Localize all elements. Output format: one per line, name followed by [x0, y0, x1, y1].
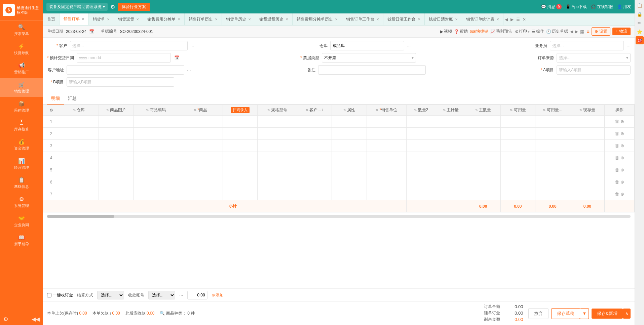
- bank-account-select[interactable]: 选择...: [148, 291, 175, 299]
- scrollbar-thumb[interactable]: [47, 215, 114, 218]
- warehouse-field[interactable]: 成品库: [330, 41, 404, 50]
- sidebar-item-basic-info[interactable]: 📋 基础信息: [0, 173, 43, 193]
- discard-button[interactable]: 放弃: [528, 308, 548, 319]
- close-tab-return-history[interactable]: ✕: [286, 17, 288, 21]
- nav-prev-icon[interactable]: ◀: [570, 29, 573, 34]
- tab-invoice-history[interactable]: 销货单历史 ✕: [222, 13, 255, 26]
- row-copy-icon[interactable]: ⊕: [620, 179, 624, 185]
- row-delete-icon[interactable]: 🗑: [615, 179, 619, 185]
- add-logistics-button[interactable]: + 物流: [612, 28, 631, 35]
- order-source-dropdown-icon[interactable]: ▾: [626, 55, 628, 60]
- list-view-icon[interactable]: ≡: [586, 29, 589, 34]
- scan-enter-button[interactable]: 扫码录入: [231, 107, 250, 113]
- tab-expense-history[interactable]: 销售费用分摊单历史 ✕: [293, 13, 342, 26]
- tab-nav-right[interactable]: ▶: [509, 17, 515, 22]
- help-button[interactable]: ❓ 帮助: [454, 29, 468, 34]
- right-panel-icon-4[interactable]: ⭐: [636, 28, 644, 36]
- close-tab-sales-order[interactable]: ✕: [82, 17, 84, 21]
- tab-nav-left[interactable]: ◀: [503, 17, 509, 22]
- order-source-field[interactable]: 选择... ▾: [557, 53, 631, 63]
- industry-solution-button[interactable]: 体验行业方案: [118, 3, 150, 11]
- row-copy-icon[interactable]: ⊕: [620, 155, 624, 160]
- row-delete-icon[interactable]: 🗑: [615, 119, 619, 124]
- col-gear[interactable]: ⚙: [43, 105, 59, 116]
- right-panel-icon-2[interactable]: 🔒: [636, 10, 644, 18]
- gear-settings-icon[interactable]: ⚙: [110, 4, 115, 10]
- invoice-dropdown-icon[interactable]: ▾: [412, 55, 414, 60]
- profit-button[interactable]: 📈 毛利预告: [490, 29, 512, 34]
- salesperson-field[interactable]: 选择...: [550, 41, 624, 50]
- right-panel-icon-1[interactable]: 📋: [636, 1, 644, 9]
- right-panel-icon-3[interactable]: ✏: [636, 19, 644, 27]
- app-download-button[interactable]: 📱 App下载: [566, 4, 587, 10]
- tab-nav-menu[interactable]: ☰: [515, 17, 521, 22]
- address-more-icon[interactable]: ···: [187, 67, 191, 73]
- sidebar-item-finance[interactable]: 💰 资金管理: [0, 135, 43, 154]
- sidebar-item-guide[interactable]: 📖 新手引导: [0, 231, 43, 250]
- message-button[interactable]: 💬 消息 9: [541, 4, 562, 10]
- b-project-field[interactable]: 请输入B项目: [67, 77, 174, 87]
- quick-settle-checkbox[interactable]: 一键收订金: [47, 292, 73, 298]
- remarks-field[interactable]: [318, 65, 426, 75]
- close-tab-sales-expense[interactable]: ✕: [178, 17, 180, 21]
- a-project-field[interactable]: 请输入A项目: [557, 65, 631, 75]
- row-delete-icon[interactable]: 🗑: [615, 131, 619, 136]
- tab-sales-expense[interactable]: 销售费用分摊单 ✕: [143, 13, 185, 26]
- right-panel-icon-5[interactable]: 🎯: [636, 36, 644, 44]
- tab-sales-stats[interactable]: 销售订单统计表 ✕: [462, 13, 503, 26]
- close-tab-daily-workbench[interactable]: ✕: [418, 17, 420, 21]
- customer-address-field[interactable]: [67, 65, 184, 75]
- sidebar-item-sales[interactable]: 🛒 销售管理: [0, 78, 43, 97]
- tab-daily-reconcile[interactable]: 钱货日清对账 ✕: [425, 13, 462, 26]
- sidebar-item-system[interactable]: ⚙ 系统管理: [0, 193, 43, 212]
- tab-return-history[interactable]: 销货退货历史 ✕: [255, 13, 293, 26]
- warehouse-more-icon[interactable]: ···: [407, 43, 411, 48]
- operations-button[interactable]: ☰ 操作: [532, 29, 544, 34]
- row-copy-icon[interactable]: ⊕: [620, 131, 624, 136]
- calendar-icon[interactable]: 📅: [89, 29, 94, 34]
- row-copy-icon[interactable]: ⊕: [620, 143, 624, 148]
- close-tab-sales-order-history[interactable]: ✕: [215, 17, 218, 21]
- amount-input[interactable]: [187, 291, 207, 299]
- save-draft-button[interactable]: 保存草稿: [551, 308, 580, 319]
- sidebar-item-purchase[interactable]: 📦 采购管理: [0, 97, 43, 116]
- online-service-button[interactable]: 🎧 在线客服: [591, 4, 613, 10]
- tab-sales-return[interactable]: 销货退货 ✕: [114, 13, 143, 26]
- settle-method-select[interactable]: 选择...: [97, 291, 124, 299]
- close-tab-daily-reconcile[interactable]: ✕: [455, 17, 458, 21]
- bank-more-icon[interactable]: ···: [179, 292, 183, 298]
- history-doc-button[interactable]: 🕐 历史单据: [546, 29, 568, 34]
- shortcut-button[interactable]: ⌨ 快捷键: [470, 29, 488, 34]
- horizontal-scrollbar[interactable]: [47, 215, 631, 218]
- tab-sales-invoice[interactable]: 销货单 ✕: [89, 13, 114, 26]
- add-payment-button[interactable]: ⊕ 添加: [212, 292, 224, 298]
- row-copy-icon[interactable]: ⊕: [620, 167, 624, 172]
- search-product-icon[interactable]: 🔍: [160, 311, 165, 316]
- tab-daily-workbench[interactable]: 钱货日清工作台 ✕: [383, 13, 425, 26]
- tab-order-workbench[interactable]: 销售订单工作台 ✕: [342, 13, 383, 26]
- sidebar-item-collab[interactable]: 🤝 企业协同: [0, 212, 43, 231]
- row-delete-icon[interactable]: 🗑: [615, 143, 619, 148]
- quick-settle-input[interactable]: [47, 293, 51, 297]
- sidebar-item-operations[interactable]: 📊 经营管理: [0, 154, 43, 173]
- close-tab-expense-history[interactable]: ✕: [335, 17, 338, 21]
- tab-close-all[interactable]: ✕: [521, 17, 527, 22]
- save-new-button[interactable]: 保存&新增: [592, 309, 623, 319]
- row-delete-icon[interactable]: 🗑: [615, 192, 619, 197]
- close-tab-order-workbench[interactable]: ✕: [376, 17, 379, 21]
- tab-summary[interactable]: 汇总: [64, 93, 81, 105]
- delivery-date-field[interactable]: yyyy-mm-dd: [77, 53, 171, 63]
- grid-view-icon[interactable]: ▦: [580, 29, 584, 34]
- sidebar-item-inventory[interactable]: 🗄 库存核算: [0, 116, 43, 135]
- close-tab-sales-return[interactable]: ✕: [136, 17, 139, 21]
- salesperson-more-icon[interactable]: ···: [627, 43, 631, 48]
- customer-more-icon[interactable]: ···: [190, 43, 194, 48]
- row-copy-icon[interactable]: ⊕: [620, 119, 624, 124]
- sidebar-item-quicknav[interactable]: ⚡ 快捷导航: [0, 40, 43, 59]
- nav-next-icon[interactable]: ▶: [575, 29, 578, 34]
- settings-button[interactable]: ⚙ 设置: [592, 27, 610, 36]
- sidebar-collapse-icon[interactable]: ◀◀: [32, 316, 40, 322]
- col-scan[interactable]: 扫码录入: [223, 105, 257, 116]
- chevron-down-icon[interactable]: ▾: [103, 4, 105, 9]
- row-delete-icon[interactable]: 🗑: [615, 167, 619, 172]
